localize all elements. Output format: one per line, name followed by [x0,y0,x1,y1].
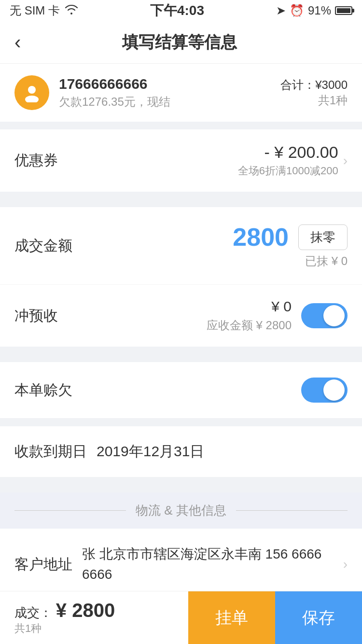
address-label: 客户地址 [14,555,72,574]
save-button[interactable]: 保存 [275,591,362,644]
customer-info: 17666666666 欠款1276.35元，现结 [59,76,170,110]
advance-row: 冲预收 ¥ 0 应收金额 ¥ 2800 [0,285,362,347]
total-amount: ¥3000 [315,78,348,91]
address-row[interactable]: 客户地址 张 北京市市辖区海淀区永丰南 156 6666 6666 › [0,529,362,600]
credit-toggle[interactable] [301,378,348,403]
battery-percent: 91% [308,4,331,17]
bottom-summary: 成交： ¥ 2800 共1种 [0,600,188,636]
due-date-section: 收款到期日 2019年12月31日 [0,426,362,477]
svg-point-1 [25,96,39,102]
header-line-left [14,510,126,511]
customer-phone: 17666666666 [59,76,170,92]
address-arrow-icon: › [343,557,348,572]
battery-icon [335,6,352,15]
content-area: 17666666666 欠款1276.35元，现结 合计：¥3000 共1种 优… [0,64,362,644]
bottom-count: 共1种 [14,621,174,636]
due-date-value: 2019年12月31日 [97,442,204,462]
sim-label: 无 SIM 卡 [10,3,60,18]
total-count: 共1种 [280,93,348,108]
divider-1 [0,199,362,207]
deal-label: 成交金额 [14,236,72,256]
location-icon: ➤ [276,4,286,17]
wifi-icon [65,4,78,17]
advance-amount: ¥ 0 [271,298,292,315]
advance-toggle[interactable] [301,303,348,328]
address-text: 张 北京市市辖区海淀区永丰南 156 6666 6666 [82,544,334,585]
svg-point-0 [28,86,36,94]
due-date-row: 收款到期日 2019年12月31日 [0,426,362,477]
round-button[interactable]: 抹零 [298,224,348,250]
page-title: 填写结算等信息 [30,31,328,54]
bottom-bar: 成交： ¥ 2800 共1种 挂单 保存 [0,591,362,644]
status-right: ➤ ⏰ 91% [276,4,352,17]
status-bar: 无 SIM 卡 下午4:03 ➤ ⏰ 91% [0,0,362,21]
total-label: 合计：¥3000 [280,77,348,93]
status-time: 下午4:03 [150,1,204,20]
logistics-header: 物流 & 其他信息 [0,492,362,529]
divider-3 [0,485,362,492]
coupon-label: 优惠券 [14,151,58,170]
divider-2 [0,354,362,362]
credit-row: 本单赊欠 [0,362,362,418]
deal-amount: 2800 [233,223,289,252]
back-button[interactable]: ‹ [14,31,21,53]
header-line-right [236,510,348,511]
toggle-circle [323,305,345,326]
customer-card: 17666666666 欠款1276.35元，现结 合计：¥3000 共1种 [0,64,362,122]
customer-right: 合计：¥3000 共1种 [280,77,348,108]
advance-sub: 应收金额 ¥ 2800 [207,318,292,333]
credit-label: 本单赊欠 [14,380,72,400]
bottom-deal-row: 成交： ¥ 2800 [14,600,174,621]
toggle-circle-credit [323,379,345,401]
coupon-right: - ¥ 200.00 全场6折满1000减200 [238,143,338,178]
coupon-discount: - ¥ 200.00 [238,143,338,162]
coupon-arrow-icon: › [343,153,348,168]
avatar [14,75,49,110]
bottom-amount: ¥ 2800 [56,600,115,621]
status-left: 无 SIM 卡 [10,3,78,18]
nav-bar: ‹ 填写结算等信息 [0,21,362,64]
deal-amount-row: 成交金额 2800 抹零 已抹 ¥ 0 [0,207,362,285]
credit-section: 本单赊欠 [0,362,362,418]
alarm-icon: ⏰ [290,4,304,17]
deal-sub: 已抹 ¥ 0 [305,253,348,269]
advance-label: 冲预收 [14,306,58,326]
bottom-deal-label: 成交： [14,605,52,620]
advance-right: ¥ 0 应收金额 ¥ 2800 [207,298,292,333]
deal-value-block: 2800 抹零 [233,223,348,252]
customer-sub-info: 欠款1276.35元，现结 [59,94,170,110]
deal-section: 成交金额 2800 抹零 已抹 ¥ 0 冲预收 ¥ 0 应收金额 ¥ 2800 [0,207,362,347]
due-date-label: 收款到期日 [14,442,87,462]
customer-left: 17666666666 欠款1276.35元，现结 [14,75,170,110]
logistics-label: 物流 & 其他信息 [136,502,226,519]
hold-button[interactable]: 挂单 [188,591,275,644]
coupon-row[interactable]: 优惠券 - ¥ 200.00 全场6折满1000减200 › [0,129,362,192]
coupon-description: 全场6折满1000减200 [238,164,338,178]
